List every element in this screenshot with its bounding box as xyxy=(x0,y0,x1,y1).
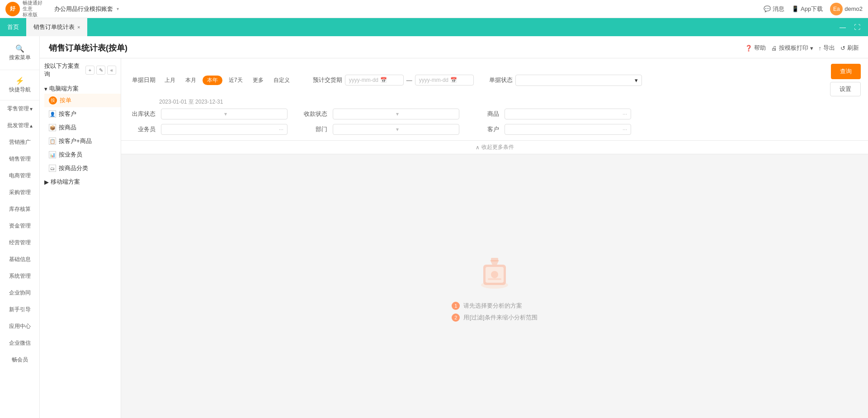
sidebar-item-inventory[interactable]: 库存核算 xyxy=(0,201,39,218)
doc-status-select[interactable]: ▾ xyxy=(515,75,642,86)
sidebar-item-newbie[interactable]: 新手引导 xyxy=(0,301,39,318)
scheme-label-order: 按单 xyxy=(60,96,71,104)
collapse-arrow-icon: ∧ xyxy=(476,144,480,151)
sidebar-quicknav-label: 快捷导航 xyxy=(9,86,31,94)
sidebar-system-label: 系统管理 xyxy=(9,272,31,280)
expected-date-start-input[interactable]: yyyy-mm-dd 📅 xyxy=(345,75,404,86)
payment-status-select[interactable]: ▾ xyxy=(333,109,459,119)
sidebar-item-purchase[interactable]: 采购管理 xyxy=(0,184,39,201)
scheme-item-by-salesperson[interactable]: 📊 按业务员 xyxy=(44,148,121,162)
workspace-arrow-icon[interactable]: ▾ xyxy=(117,6,119,11)
sidebar-wechat-label: 企业微信 xyxy=(9,339,31,347)
sidebar-item-collab[interactable]: 企业协同 xyxy=(0,285,39,301)
sidebar-item-ops[interactable]: 经营管理 xyxy=(0,234,39,251)
left-panel-title: 按以下方案查询 xyxy=(44,62,84,78)
date-btn-more[interactable]: 更多 xyxy=(249,75,267,86)
query-button[interactable]: 查询 xyxy=(831,64,861,79)
sidebar-quicknav: ⚡ 快捷导航 xyxy=(0,70,39,100)
customer-input[interactable]: ··· xyxy=(505,124,631,135)
sidebar-wholesale-arrow-icon: ▴ xyxy=(30,123,33,129)
tab-home[interactable]: 首页 xyxy=(0,18,26,36)
left-filter-panel: 按以下方案查询 + ✎ « ▾ 电脑端方案 按 按单 xyxy=(40,58,121,418)
phone-icon: 📱 xyxy=(792,5,799,12)
sidebar-item-apps[interactable]: 应用中心 xyxy=(0,318,39,335)
top-right-actions: 💬 消息 📱 App下载 Ea demo2 xyxy=(764,3,863,15)
scheme-item-by-customer-goods[interactable]: 📋 按客户+商品 xyxy=(44,134,121,148)
department-label: 部门 xyxy=(300,125,327,133)
message-button[interactable]: 💬 消息 xyxy=(764,5,784,13)
sidebar-marketing-label: 营销推广 xyxy=(9,138,31,146)
help-icon: ❓ xyxy=(745,45,752,52)
tab-sales-order-stats[interactable]: 销售订单统计表 × xyxy=(26,18,87,36)
sidebar-item-retail[interactable]: 零售管理 ▾ xyxy=(0,100,39,117)
department-select[interactable]: ▾ xyxy=(333,124,459,135)
tab-close-button[interactable]: × xyxy=(77,24,80,30)
sidebar-retail-label: 零售管理 xyxy=(7,105,29,113)
right-panel: 单据日期 上月 本月 本年 近7天 更多 自定义 预计交货期 xyxy=(121,58,868,418)
logo-icon: 好 xyxy=(5,2,20,16)
search-icon: 🔍 xyxy=(15,44,24,53)
tab-minimize-button[interactable]: — xyxy=(837,22,848,33)
sidebar: 🔍 搜索菜单 ⚡ 快捷导航 零售管理 ▾ 批发管理 ▴ 营销推广 销售管理 电商… xyxy=(0,36,40,418)
print-button[interactable]: 🖨 按模板打印 ▾ xyxy=(771,44,813,52)
scheme-icon-customer: 👤 xyxy=(49,110,56,118)
date-btn-last-7-days[interactable]: 近7天 xyxy=(225,75,246,86)
sidebar-wholesale-label: 批发管理 xyxy=(7,122,29,129)
sidebar-item-member[interactable]: 畅会员 xyxy=(0,352,39,368)
settings-button[interactable]: 设置 xyxy=(830,82,861,96)
sidebar-item-wechat[interactable]: 企业微信 xyxy=(0,335,39,352)
expected-date-start-placeholder: yyyy-mm-dd xyxy=(349,77,378,83)
customer-dots-icon[interactable]: ··· xyxy=(623,126,627,133)
tab-maximize-button[interactable]: ⛶ xyxy=(852,22,863,33)
print-arrow-icon: ▾ xyxy=(810,45,813,52)
date-btn-this-year[interactable]: 本年 xyxy=(203,76,222,85)
help-button[interactable]: ❓ 帮助 xyxy=(745,44,766,52)
expected-date-end-input[interactable]: yyyy-mm-dd 📅 xyxy=(415,75,474,86)
app-download-button[interactable]: 📱 App下载 xyxy=(792,5,823,13)
scheme-item-by-customer[interactable]: 👤 按客户 xyxy=(44,107,121,121)
goods-dots-icon[interactable]: ··· xyxy=(623,111,627,117)
sidebar-item-sales-mgmt[interactable]: 销售管理 xyxy=(0,151,39,167)
sidebar-item-marketing[interactable]: 营销推广 xyxy=(0,134,39,151)
sidebar-item-system[interactable]: 系统管理 xyxy=(0,268,39,285)
tip-text-2: 用[过滤]条件来缩小分析范围 xyxy=(463,314,537,322)
ship-status-select[interactable]: ▾ xyxy=(161,109,288,119)
collapse-more-conditions-button[interactable]: ∧ 收起更多条件 xyxy=(121,141,868,154)
add-scheme-button[interactable]: + xyxy=(85,66,94,75)
doc-status-label: 单据状态 xyxy=(486,76,513,84)
scheme-item-by-order[interactable]: 按 按单 xyxy=(44,94,121,107)
date-btn-custom[interactable]: 自定义 xyxy=(270,75,293,86)
pc-scheme-group: ▾ 电脑端方案 xyxy=(40,82,121,94)
sidebar-item-search[interactable]: 🔍 搜索菜单 xyxy=(0,40,39,66)
date-btn-this-month[interactable]: 本月 xyxy=(182,75,200,86)
sidebar-item-quicknav[interactable]: ⚡ 快捷导航 xyxy=(0,72,39,98)
date-dash: — xyxy=(406,77,412,84)
user-avatar-area[interactable]: Ea demo2 xyxy=(830,3,863,15)
quicknav-icon: ⚡ xyxy=(15,76,24,85)
empty-tip-1: 1 请先选择要分析的方案 xyxy=(452,302,537,310)
left-panel-icons: + ✎ « xyxy=(85,66,116,75)
logo-text: 畅捷通好生意 标准版 xyxy=(23,0,45,18)
sidebar-item-ecom[interactable]: 电商管理 xyxy=(0,167,39,184)
tip-num-1: 1 xyxy=(452,302,460,310)
scheme-item-by-category[interactable]: 🗂 按商品分类 xyxy=(44,162,121,175)
sidebar-search: 🔍 搜索菜单 xyxy=(0,36,39,70)
date-btn-last-month[interactable]: 上月 xyxy=(161,75,179,86)
left-panel-header: 按以下方案查询 + ✎ « xyxy=(40,58,121,82)
export-button[interactable]: ↑ 导出 xyxy=(819,44,835,52)
salesperson-dots-icon[interactable]: ··· xyxy=(279,126,283,133)
scheme-item-by-goods[interactable]: 📦 按商品 xyxy=(44,121,121,134)
content-area: 销售订单统计表(按单) ❓ 帮助 🖨 按模板打印 ▾ ↑ 导出 ↺ 刷新 xyxy=(40,36,868,418)
sidebar-finance-label: 资金管理 xyxy=(9,222,31,230)
salesperson-input[interactable]: ··· xyxy=(161,124,288,135)
expected-date-end-placeholder: yyyy-mm-dd xyxy=(419,77,448,83)
tab-bar: 首页 销售订单统计表 × — ⛶ xyxy=(0,18,868,36)
goods-input[interactable]: ··· xyxy=(505,109,631,119)
collapse-panel-button[interactable]: « xyxy=(107,66,116,75)
workspace-area: 办公用品行业模拟账套 ▾ xyxy=(45,5,764,13)
refresh-button[interactable]: ↺ 刷新 xyxy=(840,44,859,52)
edit-scheme-button[interactable]: ✎ xyxy=(96,66,105,75)
sidebar-item-wholesale[interactable]: 批发管理 ▴ xyxy=(0,117,39,134)
sidebar-item-basic[interactable]: 基础信息 xyxy=(0,251,39,268)
sidebar-item-finance[interactable]: 资金管理 xyxy=(0,218,39,234)
